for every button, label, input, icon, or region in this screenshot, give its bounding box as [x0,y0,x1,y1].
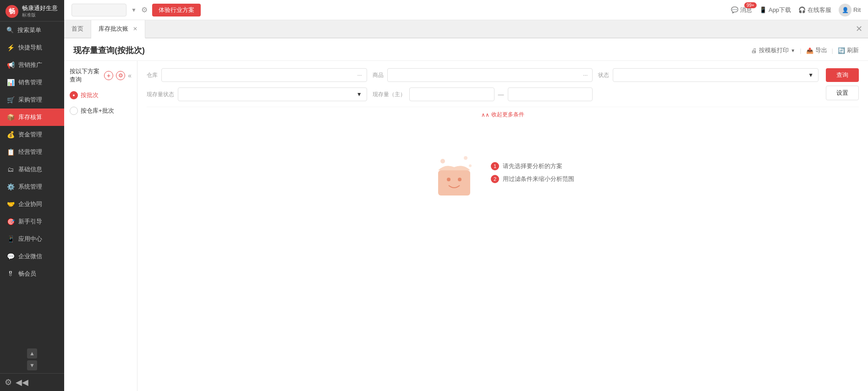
stock-status-select[interactable]: ▼ [178,87,367,101]
sidebar-item-apps[interactable]: 📱 应用中心 [0,230,64,248]
purchase-icon: 🛒 [6,96,15,104]
tab-close-icon[interactable]: ✕ [133,26,137,32]
sidebar-item-label: 基础信息 [18,165,42,174]
app-download-label: App下载 [769,6,791,14]
online-service-btn[interactable]: 🎧 在线客服 [798,6,831,14]
warehouse-dots: ··· [357,72,362,78]
svg-point-3 [440,159,445,163]
panel-item-by-batch[interactable]: ● 按批次 [64,87,137,103]
sidebar-item-quick-nav[interactable]: ⚡ 快捷导航 [0,39,64,56]
tab-home[interactable]: 首页 [64,20,91,38]
sidebar-item-finance[interactable]: 💰 资金管理 [0,126,64,143]
tab-batch-ledger-label: 库存批次账 [99,25,128,32]
tabbar: 首页 库存批次账 ✕ ✕ [64,20,868,38]
member-icon: 🎖 [6,270,15,278]
user-menu[interactable]: 👤 Rit [839,4,861,16]
sidebar-search[interactable]: 🔍 搜索菜单 [0,22,64,39]
scroll-up-btn[interactable]: ▲ [27,348,37,358]
sidebar-item-inventory[interactable]: 📦 库存核算 [0,109,64,126]
page-title: 现存量查询(按批次) [73,45,145,56]
svg-rect-0 [438,170,470,196]
sidebar-item-member[interactable]: 🎖 畅会员 [0,265,64,282]
sidebar-item-sales[interactable]: 📊 销售管理 [0,74,64,91]
sidebar-item-wechat[interactable]: 💬 企业微信 [0,248,64,265]
sidebar-item-base[interactable]: 🗂 基础信息 [0,161,64,178]
left-panel: 按以下方案查询 + ⚙ « ● 按批次 按仓库+批次 [64,61,137,391]
inventory-icon: 📦 [6,113,15,121]
main-area: ▼ ⚙ 体验行业方案 💬 消息 99+ 📱 App下载 🎧 在线客服 👤 Rit [64,0,868,391]
svg-point-1 [447,178,450,181]
topbar-search[interactable] [71,4,126,16]
product-dots: ··· [583,72,588,78]
app-download-btn[interactable]: 📱 App下载 [759,6,791,14]
status-filter-select[interactable]: ▼ [613,68,819,82]
sidebar-item-label: 应用中心 [18,235,42,243]
refresh-btn[interactable]: 🔄 刷新 [838,46,859,54]
export-icon: 📤 [806,47,813,54]
message-btn[interactable]: 💬 消息 99+ [731,6,752,14]
sidebar-item-purchase[interactable]: 🛒 采购管理 [0,91,64,109]
print-icon: 🖨 [751,47,757,54]
scroll-down-btn[interactable]: ▼ [27,360,37,370]
app-logo: 畅 畅康通好生意 标准版 [0,0,64,22]
trial-btn[interactable]: 体验行业方案 [152,4,201,16]
sidebar-item-operations[interactable]: 📋 经营管理 [0,143,64,161]
content-area: 现存量查询(按批次) 🖨 按模板打印 ▼ | 📤 导出 | 🔄 刷新 [64,38,868,391]
quick-nav-icon: ⚡ [6,43,15,52]
sidebar-item-system[interactable]: ⚙️ 系统管理 [0,178,64,196]
tab-batch-ledger[interactable]: 库存批次账 ✕ [91,20,145,38]
tab-home-label: 首页 [71,25,83,32]
operations-icon: 📋 [6,148,15,156]
sidebar-item-label: 销售管理 [18,78,42,87]
tab-panel-close-btn[interactable]: ✕ [856,24,868,34]
collapse-filters-btn[interactable]: ∧∧ 收起更多条件 [147,107,859,122]
empty-state: 1 请先选择要分析的方案 2 用过滤条件来缩小分析范围 [147,122,859,223]
sidebar-item-marketing[interactable]: 📢 营销推广 [0,56,64,74]
panel-settings-btn[interactable]: ⚙ [116,71,125,80]
panel-add-btn[interactable]: + [104,71,113,80]
panel-collapse-btn[interactable]: « [128,72,132,79]
panel-item-by-warehouse-batch[interactable]: 按仓库+批次 [64,103,137,119]
panel-header-label: 按以下方案查询 [70,67,104,84]
sidebar-item-label: 畅会员 [18,270,36,278]
filter-settings-btn[interactable]: 设置 [826,86,859,100]
sidebar-item-label: 企业微信 [18,252,42,261]
stock-status-label: 现存量状态 [147,91,174,98]
stock-qty-min-input[interactable] [409,87,494,101]
stock-qty-label: 现存量（主） [373,91,406,98]
sidebar-item-label: 系统管理 [18,183,42,191]
sidebar-item-label: 库存核算 [18,113,42,121]
stock-qty-max-input[interactable] [508,87,593,101]
topbar-gear-icon[interactable]: ⚙ [141,5,148,14]
enterprise-icon: 🤝 [6,200,15,208]
stock-qty-dash: — [498,91,504,98]
sidebar-item-label: 快捷导航 [18,43,42,52]
warehouse-filter-input[interactable]: ··· [161,68,367,82]
sidebar-item-label: 采购管理 [18,96,42,104]
main-layout: 按以下方案查询 + ⚙ « ● 按批次 按仓库+批次 [64,61,868,391]
status-filter-label: 状态 [598,71,609,79]
batch-icon: ● [70,91,78,99]
sidebar-item-newuser[interactable]: 🎯 新手引导 [0,213,64,230]
topbar-chevron-icon[interactable]: ▼ [131,7,137,13]
topbar: ▼ ⚙ 体验行业方案 💬 消息 99+ 📱 App下载 🎧 在线客服 👤 Rit [64,0,868,20]
sidebar-item-enterprise[interactable]: 🤝 企业协同 [0,196,64,213]
app-title: 畅康通好生意 [22,5,58,12]
sidebar-nav: ⚡ 快捷导航 📢 营销推广 📊 销售管理 🛒 采购管理 📦 库存核算 💰 资金管… [0,39,64,346]
phone-icon: 📱 [759,6,767,13]
settings-bottom-icon[interactable]: ⚙ [5,377,12,387]
export-btn[interactable]: 📤 导出 [806,46,827,54]
panel-item-label: 按批次 [81,91,99,99]
print-btn[interactable]: 🖨 按模板打印 ▼ [751,46,795,54]
sidebar: 畅 畅康通好生意 标准版 🔍 搜索菜单 ⚡ 快捷导航 📢 营销推广 📊 销售管理… [0,0,64,391]
base-icon: 🗂 [6,165,15,174]
panel-header: 按以下方案查询 + ⚙ « [64,65,137,87]
svg-point-4 [464,156,467,160]
print-chevron-icon: ▼ [791,48,795,53]
newuser-icon: 🎯 [6,217,15,226]
collapse-sidebar-btn[interactable]: ◀◀ [16,377,28,387]
query-btn[interactable]: 查询 [826,68,859,82]
system-icon: ⚙️ [6,183,15,191]
product-filter-input[interactable]: ··· [387,68,593,82]
online-service-label: 在线客服 [808,6,831,14]
